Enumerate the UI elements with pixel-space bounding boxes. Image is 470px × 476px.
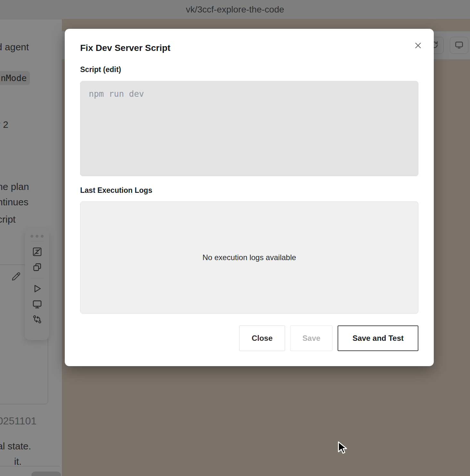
save-and-test-button[interactable]: Save and Test: [338, 325, 418, 351]
close-button[interactable]: Close: [239, 325, 285, 351]
fix-dev-server-dialog: Fix Dev Server Script Script (edit) Last…: [65, 29, 434, 366]
save-button: Save: [290, 325, 332, 351]
dialog-footer: Close Save Save and Test: [80, 325, 418, 351]
script-label: Script (edit): [80, 65, 121, 74]
script-input[interactable]: [80, 81, 418, 176]
close-icon: [414, 41, 422, 51]
execution-logs-box: No execution logs available: [80, 201, 418, 314]
logs-empty-message: No execution logs available: [202, 253, 296, 262]
dialog-title: Fix Dev Server Script: [80, 43, 171, 53]
close-dialog-button[interactable]: [413, 41, 423, 51]
logs-label: Last Execution Logs: [80, 186, 152, 195]
